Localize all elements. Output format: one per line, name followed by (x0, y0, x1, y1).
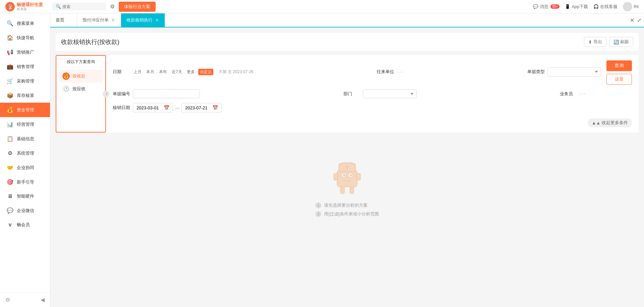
refresh-icon: 🔄 (613, 40, 619, 45)
collapse-panel-btn[interactable]: 《 (103, 91, 109, 97)
tab-prepay-close[interactable]: ✕ (111, 17, 115, 23)
department-label: 部门 (343, 91, 360, 97)
query-type-panel: 按以下方案查询 💰 按收款 🕐 按应收 《 (56, 55, 106, 133)
sidebar-label-finance: 资金管理 (17, 107, 34, 113)
settings-button[interactable]: 设置 (606, 74, 632, 85)
brand-logo: 🐰 (5, 2, 15, 11)
sidebar-item-sales[interactable]: 💼 销售管理 (0, 59, 50, 74)
verify-date-end-input[interactable]: 2023-07-21 📅 (181, 103, 222, 112)
collapse-more-button[interactable]: ▲▲ 收起更多条件 (588, 118, 632, 127)
sidebar-label-guide: 新手引导 (17, 179, 34, 185)
close-tab-icon[interactable]: ✕ (630, 17, 634, 23)
purchase-icon: 🛒 (7, 78, 13, 84)
counterpart-dots[interactable]: ··· (397, 68, 404, 75)
tab-receipt-verify-close[interactable]: ✕ (155, 17, 159, 23)
messages-btn[interactable]: 💬 消息 99+ (533, 4, 559, 10)
sidebar-item-member[interactable]: V 畅会员 (0, 218, 50, 232)
staff-label: 业务员 (560, 91, 577, 97)
sidebar-label-search: 搜索菜单 (17, 20, 34, 27)
topbar-left: 🐰 畅捷通好生意 标准版 🔍 ⚙ 体验行业方案 (5, 2, 533, 12)
settings-bottom-icon[interactable]: ⚙ (5, 297, 10, 303)
search-input[interactable] (62, 4, 103, 9)
search-bar[interactable]: 🔍 (52, 3, 106, 10)
sidebar-item-hardware[interactable]: 🖥 智能硬件 (0, 189, 50, 203)
online-service-label: 在线客服 (600, 4, 618, 10)
date-last-month[interactable]: 上月 (132, 68, 143, 75)
tab-bar: 首页 预付冲应付单 ✕ 收款核销执行 ✕ ✕ ⤢ (50, 13, 644, 28)
sidebar-item-inventory[interactable]: 📦 库存核算 (0, 88, 50, 103)
filter-row-2: 单据编号 部门 业务员 ··· (113, 89, 632, 98)
svg-point-9 (350, 174, 352, 176)
step-2-num: 2 (315, 211, 321, 217)
verify-date-start-input[interactable]: 2023-03-01 📅 (133, 103, 173, 112)
solution-button[interactable]: 体验行业方案 (119, 2, 156, 12)
hardware-icon: 🖥 (7, 193, 13, 199)
tab-prepay[interactable]: 预付冲应付单 ✕ (77, 13, 121, 27)
export-button[interactable]: ⬆ 导出 (584, 37, 606, 47)
department-select[interactable] (363, 89, 417, 98)
query-type-by-receipt[interactable]: 💰 按收款 (59, 70, 103, 83)
collapse-more-label: 收起更多条件 (602, 120, 628, 126)
sidebar-label-enterprise: 企业协同 (17, 165, 34, 171)
sidebar-label-hardware: 智能硬件 (17, 193, 34, 199)
svg-rect-4 (350, 187, 354, 194)
collapse-up-icon: ▲▲ (592, 120, 600, 125)
online-service-btn[interactable]: 🎧 在线客服 (593, 4, 618, 10)
svg-rect-1 (334, 173, 338, 180)
sidebar-item-purchase[interactable]: 🛒 采购管理 (0, 74, 50, 88)
collapse-sidebar-icon[interactable]: ◀ (41, 297, 45, 303)
member-icon: V (7, 222, 13, 227)
date-custom[interactable]: 自定义 (198, 69, 213, 75)
doc-number-input[interactable] (133, 89, 200, 98)
app-download-btn[interactable]: 📱 App下载 (565, 4, 588, 10)
date-more[interactable]: 更多 (185, 68, 196, 75)
department-filter: 部门 (343, 89, 417, 98)
date-group: 上月 本月 本年 近7天 更多 自定义 (132, 68, 213, 75)
user-area[interactable]: Rit (623, 2, 639, 11)
tab-home[interactable]: 首页 (50, 13, 77, 27)
sidebar-item-quicknav[interactable]: 🏠 快捷导航 (0, 31, 50, 45)
query-type-by-receivable[interactable]: 🕐 按应收 (59, 83, 103, 95)
tab-home-label: 首页 (56, 17, 64, 23)
refresh-button[interactable]: 🔄 刷新 (609, 37, 633, 47)
sidebar-item-basic-info[interactable]: 📋 基础信息 (0, 132, 50, 146)
refresh-label: 刷新 (620, 39, 629, 45)
date-no-limit: 不限 至 2023-07-26 (219, 69, 254, 75)
step-1-num: 1 (315, 202, 321, 208)
tab-receipt-verify[interactable]: 收款核销执行 ✕ (121, 13, 165, 27)
brand-sublabel: 标准版 (17, 7, 43, 11)
receivable-icon: 🕐 (62, 85, 70, 93)
service-icon: 🎧 (593, 4, 599, 9)
topbar: 🐰 畅捷通好生意 标准版 🔍 ⚙ 体验行业方案 💬 消息 99+ 📱 App下载… (0, 0, 644, 13)
sidebar-item-operations[interactable]: 📊 经营管理 (0, 117, 50, 132)
page-content: 收款核销执行(按收款) ⬆ 导出 🔄 刷新 按以下方案查询 (50, 28, 644, 307)
query-button[interactable]: 查询 (606, 60, 632, 71)
sidebar-item-system[interactable]: ⚙ 系统管理 (0, 146, 50, 160)
date-this-year[interactable]: 本年 (158, 68, 168, 75)
doc-type-select[interactable] (547, 67, 601, 76)
sidebar-label-sales: 销售管理 (17, 64, 34, 70)
sidebar-item-wechat[interactable]: 💬 企业微信 (0, 203, 50, 218)
marketing-icon: 📢 (7, 49, 13, 55)
brand-name: 畅捷通好生意 (17, 2, 43, 7)
sidebar-item-guide[interactable]: 🎯 新手引导 (0, 175, 50, 189)
sidebar-label-basic-info: 基础信息 (17, 136, 34, 142)
expand-tab-icon[interactable]: ⤢ (637, 17, 641, 23)
sidebar-item-finance[interactable]: 💰 资金管理 (0, 103, 50, 117)
topbar-right: 💬 消息 99+ 📱 App下载 🎧 在线客服 Rit (533, 2, 639, 11)
sidebar-item-search[interactable]: 🔍 搜索菜单 (0, 16, 50, 31)
doc-type-label: 单据类型 (527, 69, 545, 75)
verify-date-end-value: 2023-07-21 (185, 105, 208, 110)
sidebar-item-marketing[interactable]: 📢 营销推广 (0, 45, 50, 59)
empty-step-2: 2 用[过滤]条件来缩小分析范围 (315, 211, 379, 217)
enterprise-icon: 🤝 (7, 164, 13, 171)
guide-icon: 🎯 (7, 179, 13, 185)
date-this-month[interactable]: 本月 (145, 68, 156, 75)
empty-illustration (327, 157, 367, 197)
date-7days[interactable]: 近7天 (170, 68, 183, 75)
gear-icon[interactable]: ⚙ (109, 2, 116, 11)
sidebar-item-enterprise[interactable]: 🤝 企业协同 (0, 160, 50, 175)
staff-filter: 业务员 ··· (560, 90, 586, 97)
svg-rect-2 (357, 173, 361, 180)
staff-dots[interactable]: ··· (579, 90, 586, 97)
